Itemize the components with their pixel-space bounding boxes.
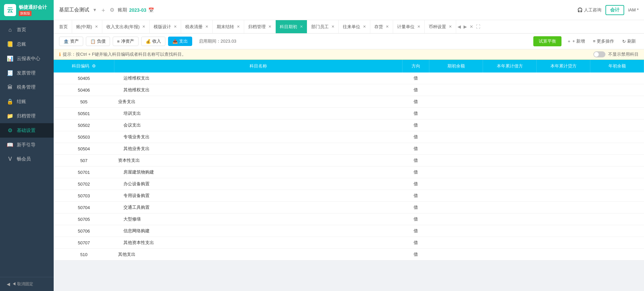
expenses-icon: 📤 (172, 39, 178, 44)
cell-opening-balance (429, 178, 483, 190)
sidebar-item-reports[interactable]: 📊 云报表中心 (0, 51, 54, 66)
tab-scroll-right[interactable]: ▶ (462, 24, 468, 29)
tab-archive[interactable]: 归档管理 ✕ (244, 20, 276, 34)
table-row[interactable]: 50503专项业务支出借 (54, 131, 644, 143)
cell-opening-balance (429, 166, 483, 178)
cell-ytd-credit (537, 143, 590, 155)
table-row[interactable]: 50406其他维权支出借 (54, 84, 644, 96)
account-type-liabilities[interactable]: 📋 负债 (86, 37, 110, 46)
tab-close-income[interactable]: ✕ (142, 25, 145, 29)
disable-toggle[interactable] (593, 51, 605, 57)
table-row[interactable]: 505业务支出借 (54, 96, 644, 108)
tab-home[interactable]: 首页 (55, 20, 72, 34)
cell-code: 50707 (54, 237, 114, 249)
tab-unit[interactable]: 计量单位 ✕ (393, 20, 425, 34)
cell-ytd-balance (590, 190, 644, 202)
header-code: 科目编码 ⚙ (54, 60, 114, 72)
tab-dept[interactable]: 部门员工 ✕ (307, 20, 339, 34)
more-btn[interactable]: ≡ 更多操作 (590, 37, 617, 46)
cell-ytd-debit (483, 213, 537, 225)
balance-btn[interactable]: 试算平衡 (533, 36, 561, 46)
table-row[interactable]: 50701房屋建筑物购建借 (54, 166, 644, 178)
sidebar-item-tax[interactable]: 🏛 税务管理 (0, 80, 54, 94)
tab-close-inventory[interactable]: ✕ (386, 25, 389, 29)
add-btn[interactable]: ＋ + 新增 (564, 37, 588, 46)
tab-inventory[interactable]: 存货 ✕ (370, 20, 393, 34)
calendar-icon[interactable]: 📅 (148, 7, 154, 13)
table-row[interactable]: 50705大型修缮借 (54, 213, 644, 225)
account-type-income[interactable]: 💰 收入 (141, 37, 165, 46)
gear-icon[interactable]: ⚙ (92, 63, 96, 68)
header-ytd-debit: 本年累计借方 (483, 60, 537, 72)
tab-subject[interactable]: 科目期初 ✕ (276, 20, 307, 34)
tab-clients[interactable]: 往来单位 ✕ (339, 20, 370, 34)
tab-close-all[interactable]: ✕ (468, 24, 475, 29)
tab-close-subject[interactable]: ✕ (300, 25, 303, 29)
tab-template[interactable]: 模版设计 ✕ (150, 20, 181, 34)
sidebar-item-invoice[interactable]: 🧾 发票管理 (0, 66, 54, 80)
cell-code: 50504 (54, 143, 114, 155)
cell-direction: 借 (402, 249, 429, 260)
table-row[interactable]: 50704交通工具购置借 (54, 202, 644, 213)
sidebar-item-guide[interactable]: 📖 新手引导 (0, 138, 54, 152)
tab-close-closing[interactable]: ✕ (237, 25, 240, 29)
hint-right: 不显示禁用科目 (593, 51, 639, 57)
table-row[interactable]: 50702办公设备购置借 (54, 178, 644, 190)
sidebar-item-closing[interactable]: 🔒 结账 (0, 94, 54, 109)
tab-income[interactable]: 收入支出表(年报) ✕ (102, 20, 150, 34)
tab-closing[interactable]: 期末结转 ✕ (213, 20, 244, 34)
cell-opening-balance (429, 96, 483, 108)
account-type-assets[interactable]: 🏦 资产 (59, 37, 83, 46)
tab-scroll-left[interactable]: ◀ (456, 24, 462, 29)
sidebar-item-member[interactable]: V 畅会员 (0, 152, 54, 166)
tab-close-dept[interactable]: ✕ (331, 25, 334, 29)
table-row[interactable]: 510其他支出借 (54, 249, 644, 260)
cell-direction: 借 (402, 155, 429, 166)
table-row[interactable]: 507资本性支出借 (54, 155, 644, 166)
company-dropdown-icon[interactable]: ▼ (93, 7, 97, 12)
tab-currency[interactable]: 币种设置 ✕ (425, 20, 456, 34)
table-row[interactable]: 50703专用设备购置借 (54, 190, 644, 202)
service-btn[interactable]: 🎧 人工咨询 (577, 7, 601, 13)
tab-tax[interactable]: 税表清册 ✕ (181, 20, 213, 34)
sidebar-item-archive[interactable]: 📁 归档管理 (0, 109, 54, 123)
tab-mid[interactable]: 账(中期) ✕ (72, 20, 102, 34)
tab-close-archive[interactable]: ✕ (268, 25, 271, 29)
table-row[interactable]: 50502会议支出借 (54, 119, 644, 131)
refresh-btn[interactable]: ↻ 刷新 (620, 37, 639, 46)
toolbar-right: 试算平衡 ＋ + 新增 ≡ 更多操作 ↻ 刷新 (533, 36, 639, 46)
guide-icon: 📖 (7, 142, 13, 148)
sidebar-item-home[interactable]: ⌂ 首页 (0, 23, 54, 37)
table-row[interactable]: 50706信息网络购建借 (54, 225, 644, 237)
tab-maximize[interactable]: ⛶ (475, 24, 482, 29)
header-ytd-credit: 本年累计贷方 (537, 60, 590, 72)
table-row[interactable]: 50707其他资本性支出借 (54, 237, 644, 249)
account-type-expenses[interactable]: 📤 支出 (168, 37, 192, 46)
cell-opening-balance (429, 72, 483, 84)
sidebar-collapse-btn[interactable]: ◀ ◀ 取消固定 (0, 277, 54, 291)
tab-close-currency[interactable]: ✕ (449, 25, 452, 29)
sidebar-item-settings[interactable]: ⚙ 基础设置 (0, 123, 54, 138)
add-tab-btn[interactable]: ＋ (100, 6, 106, 14)
tab-close-template[interactable]: ✕ (174, 25, 177, 29)
table-row[interactable]: 50405运维维权支出借 (54, 72, 644, 84)
cell-ytd-credit (537, 225, 590, 237)
cell-ytd-credit (537, 249, 590, 260)
table-row[interactable]: 50501培训支出借 (54, 108, 644, 119)
cell-opening-balance (429, 213, 483, 225)
account-type-equity[interactable]: ≡ 净资产 (113, 37, 139, 46)
settings-gear-icon[interactable]: ⚙ (110, 7, 114, 13)
cell-direction: 借 (402, 190, 429, 202)
tab-close-clients[interactable]: ✕ (363, 25, 366, 29)
tab-close-unit[interactable]: ✕ (417, 25, 420, 29)
cell-ytd-balance (590, 202, 644, 213)
cell-name: 其他支出 (114, 249, 402, 260)
kuai-btn[interactable]: 会计 (605, 5, 624, 15)
cell-name: 其他资本性支出 (114, 237, 402, 249)
tab-close-mid[interactable]: ✕ (95, 25, 98, 29)
cell-direction: 借 (402, 237, 429, 249)
tab-close-tax[interactable]: ✕ (205, 25, 208, 29)
period-label: 启用期间：2023.03 (199, 38, 236, 44)
sidebar-item-ledger[interactable]: 📒 总账 (0, 37, 54, 51)
table-row[interactable]: 50504其他业务支出借 (54, 143, 644, 155)
